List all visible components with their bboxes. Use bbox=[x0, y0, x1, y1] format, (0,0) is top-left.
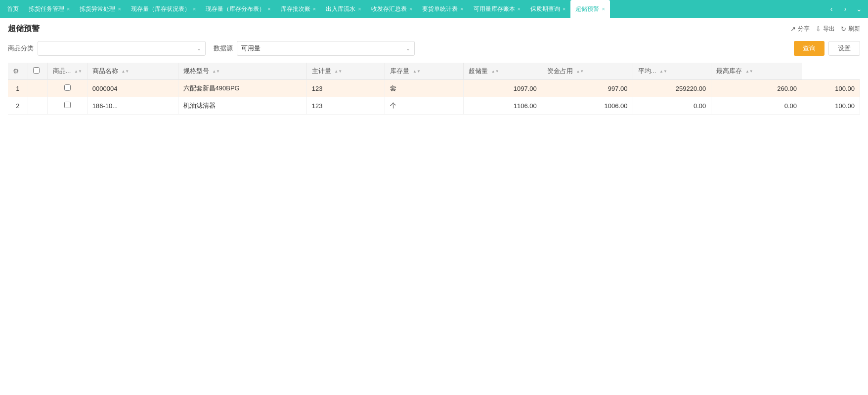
filter-area: 商品分类 ⌄ 数据源 可用量 ⌄ 查询 设置 bbox=[8, 41, 860, 56]
close-icon[interactable]: × bbox=[118, 6, 121, 12]
close-icon[interactable]: × bbox=[460, 6, 463, 12]
row-spec: 123 bbox=[306, 80, 385, 97]
row-commodity-code: 186-10... bbox=[87, 97, 178, 115]
table-row: 2 186-10... 机油滤清器 123 个 1106.00 1006.00 … bbox=[8, 97, 860, 115]
col-label-spec: 规格型号 bbox=[183, 67, 209, 75]
export-label: 导出 bbox=[823, 25, 835, 33]
nav-label-pick-exception: 拣货异常处理 bbox=[80, 5, 115, 13]
nav-item-expiry[interactable]: 保质期查询 × bbox=[525, 0, 570, 18]
nav-next-arrow[interactable]: › bbox=[838, 0, 852, 18]
table-header-row: ⚙ 商品... ▲▼ 商品名称 ▲▼ 规格型号 ▲▼ 主计 bbox=[8, 63, 860, 80]
commodity-class-label: 商品分类 bbox=[8, 44, 34, 53]
row-checkbox[interactable] bbox=[64, 84, 71, 91]
table-row: 1 0000004 六配套新昌490BPG 123 套 1097.00 997.… bbox=[8, 80, 860, 97]
filter-group-datasource: 数据源 可用量 ⌄ bbox=[214, 41, 415, 56]
col-label-unit: 主计量 bbox=[312, 67, 331, 75]
nav-label-stock-batch: 库存批次账 bbox=[281, 5, 310, 13]
sort-icon: ▲▼ bbox=[576, 70, 584, 74]
filter-buttons: 查询 设置 bbox=[794, 41, 860, 56]
row-unit: 个 bbox=[385, 97, 464, 115]
chevron-down-icon: ⌄ bbox=[406, 45, 410, 52]
data-table: ⚙ 商品... ▲▼ 商品名称 ▲▼ 规格型号 ▲▼ 主计 bbox=[8, 63, 860, 115]
nav-item-summary[interactable]: 收发存汇总表 × bbox=[366, 0, 417, 18]
close-icon[interactable]: × bbox=[358, 6, 361, 12]
nav-item-stock-dist[interactable]: 现存量（库存分布表） × bbox=[201, 0, 275, 18]
nav-item-order-stat[interactable]: 要货单统计表 × bbox=[417, 0, 468, 18]
nav-item-overstock[interactable]: 超储预警 × bbox=[570, 0, 609, 18]
share-button[interactable]: ↗ 分享 bbox=[790, 25, 810, 33]
col-header-unit[interactable]: 主计量 ▲▼ bbox=[306, 63, 385, 80]
page-header: 超储预警 ↗ 分享 ⇩ 导出 ↻ 刷新 bbox=[8, 24, 860, 34]
close-icon[interactable]: × bbox=[563, 6, 565, 12]
nav-label-overstock: 超储预警 bbox=[575, 5, 599, 13]
nav-label-expiry: 保质期查询 bbox=[530, 5, 560, 13]
nav-item-stock-status[interactable]: 现存量（库存状况表） × bbox=[126, 0, 201, 18]
close-icon[interactable]: × bbox=[518, 6, 521, 12]
row-overstock: 997.00 bbox=[542, 80, 633, 97]
close-icon[interactable]: × bbox=[267, 6, 270, 12]
col-header-spec[interactable]: 规格型号 ▲▼ bbox=[178, 63, 306, 80]
data-source-value: 可用量 bbox=[241, 44, 260, 53]
nav-item-flow[interactable]: 出入库流水 × bbox=[321, 0, 366, 18]
page-container: 超储预警 ↗ 分享 ⇩ 导出 ↻ 刷新 商品分类 ⌄ 数据源 bbox=[0, 18, 868, 395]
col-header-overstock[interactable]: 超储量 ▲▼ bbox=[464, 63, 542, 80]
col-label-capital: 资金占用 bbox=[547, 67, 573, 75]
col-header-commodity-name[interactable]: 商品名称 ▲▼ bbox=[87, 63, 178, 80]
header-actions: ↗ 分享 ⇩ 导出 ↻ 刷新 bbox=[790, 25, 860, 33]
nav-label-available: 可用量库存账本 bbox=[474, 5, 515, 13]
close-icon[interactable]: × bbox=[409, 6, 412, 12]
export-icon: ⇩ bbox=[816, 25, 821, 33]
nav-menu-arrow[interactable]: ⌄ bbox=[852, 0, 866, 18]
commodity-class-select[interactable]: ⌄ bbox=[38, 41, 206, 56]
sort-icon: ▲▼ bbox=[745, 70, 753, 74]
nav-item-stock-batch[interactable]: 库存批次账 × bbox=[276, 0, 321, 18]
col-header-stock[interactable]: 库存量 ▲▼ bbox=[385, 63, 464, 80]
nav-prev-arrow[interactable]: ‹ bbox=[825, 0, 838, 18]
row-commodity-name: 六配套新昌490BPG bbox=[178, 80, 306, 97]
nav-item-home[interactable]: 首页 bbox=[2, 0, 24, 18]
close-icon[interactable]: × bbox=[313, 6, 316, 12]
nav-label-pick-task: 拣货任务管理 bbox=[29, 5, 64, 13]
col-check-header bbox=[28, 63, 47, 80]
refresh-icon: ↻ bbox=[841, 25, 846, 33]
close-icon[interactable]: × bbox=[193, 6, 196, 12]
col-label-commodity-code: 商品... bbox=[53, 67, 71, 75]
page-title: 超储预警 bbox=[8, 24, 40, 34]
nav-label-stock-status: 现存量（库存状况表） bbox=[131, 5, 190, 13]
row-avg: 260.00 bbox=[711, 80, 802, 97]
query-button[interactable]: 查询 bbox=[794, 41, 825, 56]
col-label-avg: 平均... bbox=[638, 67, 656, 75]
close-icon[interactable]: × bbox=[67, 6, 70, 12]
share-icon: ↗ bbox=[790, 25, 796, 33]
col-header-avg[interactable]: 平均... ▲▼ bbox=[633, 63, 711, 80]
export-button[interactable]: ⇩ 导出 bbox=[816, 25, 835, 33]
filter-group-commodity: 商品分类 ⌄ bbox=[8, 41, 206, 56]
row-overstock: 1006.00 bbox=[542, 97, 633, 115]
row-checkbox[interactable] bbox=[64, 102, 71, 108]
col-header-capital[interactable]: 资金占用 ▲▼ bbox=[542, 63, 633, 80]
select-all-checkbox[interactable] bbox=[33, 67, 40, 74]
col-header-max-stock[interactable]: 最高库存 ▲▼ bbox=[711, 63, 802, 80]
refresh-button[interactable]: ↻ 刷新 bbox=[841, 25, 860, 33]
close-icon[interactable]: × bbox=[602, 6, 605, 12]
row-settings-cell bbox=[28, 97, 47, 115]
nav-label-home: 首页 bbox=[7, 5, 19, 13]
col-label-stock: 库存量 bbox=[390, 67, 409, 75]
settings-button[interactable]: 设置 bbox=[828, 41, 860, 56]
nav-item-available[interactable]: 可用量库存账本 × bbox=[469, 0, 525, 18]
row-avg: 0.00 bbox=[711, 97, 802, 115]
row-spec: 123 bbox=[306, 97, 385, 115]
nav-item-pick-task[interactable]: 拣货任务管理 × bbox=[24, 0, 75, 18]
gear-icon[interactable]: ⚙ bbox=[13, 67, 19, 75]
sort-icon: ▲▼ bbox=[334, 70, 342, 74]
nav-label-summary: 收发存汇总表 bbox=[371, 5, 407, 13]
row-unit: 套 bbox=[385, 80, 464, 97]
data-source-select[interactable]: 可用量 ⌄ bbox=[237, 41, 415, 56]
sort-icon: ▲▼ bbox=[491, 70, 499, 74]
col-label-commodity-name: 商品名称 bbox=[92, 67, 118, 75]
nav-bar: 首页 拣货任务管理 × 拣货异常处理 × 现存量（库存状况表） × 现存量（库存… bbox=[0, 0, 868, 18]
row-check-cell bbox=[47, 97, 87, 115]
nav-item-pick-exception[interactable]: 拣货异常处理 × bbox=[75, 0, 126, 18]
sort-icon: ▲▼ bbox=[74, 70, 82, 74]
col-header-commodity-code[interactable]: 商品... ▲▼ bbox=[47, 63, 87, 80]
